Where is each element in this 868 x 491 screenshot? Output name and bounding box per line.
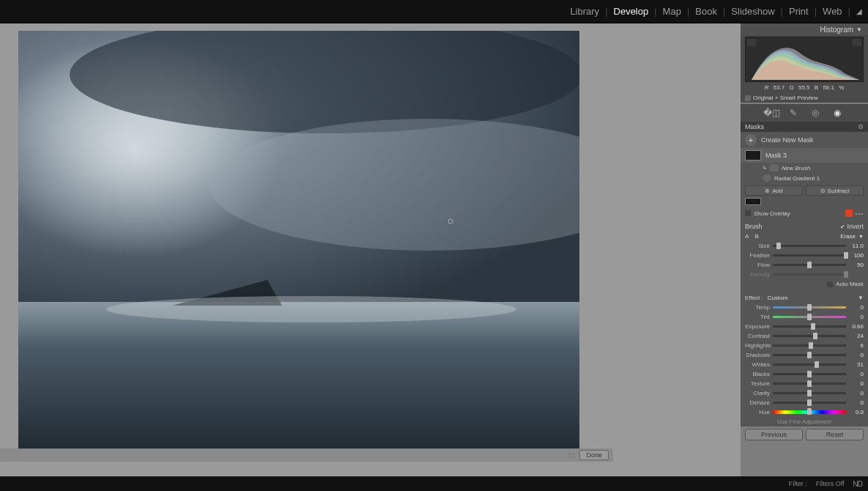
crop-icon[interactable]: �◫ [766,108,776,118]
automask-checkbox[interactable] [827,281,833,287]
effect-label: Effect : [745,295,763,301]
cutoff-label: Use Fine Adjustment [745,417,864,427]
checkbox-icon[interactable] [745,210,751,216]
module-web[interactable]: Web [820,6,845,17]
brush-a[interactable]: A [745,233,749,240]
watermark-logo: ND [853,480,862,488]
mask-thumb [745,150,761,160]
masks-header[interactable]: Masks ⚙ [741,122,868,132]
histogram-label: Histogram [820,26,854,34]
minus-icon: ⊖ [820,188,826,194]
histogram-header[interactable]: Histogram ▼ [741,23,868,35]
filters-off[interactable]: Filters Off [816,480,845,487]
mask-brush-new[interactable]: ↳ New Brush [758,163,868,173]
brush-slider-feather[interactable]: Feather100 [745,251,864,260]
effect-slider-tint[interactable]: Tint0 [745,312,864,322]
module-picker: Library|Develop|Map|Book|Slideshow|Print… [0,0,868,23]
more-icon[interactable]: ••• [856,210,864,217]
radial-icon [763,174,771,182]
mask-radial-1[interactable]: Radial Gradient 1 [758,173,868,183]
effect-slider-exposure[interactable]: Exposure0.66 [745,322,864,331]
canvas-area: ⬚ Done [0,23,741,476]
plus-icon: ⊕ [765,188,770,194]
overlay-color-swatch[interactable] [845,210,853,217]
module-book[interactable]: Book [692,6,720,17]
module-print[interactable]: Print [786,6,812,17]
effect-slider-texture[interactable]: Texture0 [745,379,864,388]
effect-preset[interactable]: Custom [768,295,788,301]
brush-erase[interactable]: Erase▼ [840,233,864,240]
histogram[interactable] [745,37,864,82]
checkbox-icon [745,95,751,101]
image-preview[interactable] [18,31,579,451]
effect-slider-blacks[interactable]: Blacks0 [745,369,864,379]
mask-item-3[interactable]: Mask 3 [741,148,868,163]
tool-strip: �◫ ✎ ◎ ◉ [741,104,868,122]
effect-slider-shadows[interactable]: Shadows0 [745,350,864,360]
effect-slider-contrast[interactable]: Contrast24 [745,331,864,341]
show-overlay-toggle[interactable]: Show Overlay [754,210,790,217]
effect-slider-whites[interactable]: Whites31 [745,360,864,369]
done-button[interactable]: Done [579,450,609,460]
mask-icon[interactable]: ◉ [832,108,842,118]
automask-label: Auto Mask [836,281,864,287]
heal-icon[interactable]: ✎ [788,108,798,118]
filter-label: Filter : [789,480,807,487]
gear-icon[interactable]: ⚙ [858,123,864,130]
rgb-readout: R 53.7 G 55.5 B 58.1 % [741,82,868,93]
mask-add-button[interactable]: ⊕Add [745,185,803,196]
effect-slider-highlights[interactable]: Highlights6 [745,341,864,350]
canvas-toolbar: ⬚ Done [0,448,613,462]
panel-toggle-icon[interactable]: ◢ [853,7,862,15]
module-develop[interactable]: Develop [611,6,652,17]
brush-icon [770,164,779,171]
module-map[interactable]: Map [660,6,684,17]
module-slideshow[interactable]: Slideshow [728,6,777,17]
brush-slider-density: Density [745,270,864,279]
effect-slider-dehaze[interactable]: Dehaze0 [745,398,864,407]
create-mask-button[interactable]: + Create New Mask [741,132,868,148]
svg-rect-1 [18,302,579,451]
reset-button[interactable]: Reset [806,429,864,440]
redeye-icon[interactable]: ◎ [810,108,820,118]
mask-subtract-button[interactable]: ⊖Subtract [806,185,864,196]
chevron-down-icon: ▼ [853,26,862,33]
filmstrip-bar: Filter : Filters Off ND [0,476,868,491]
brush-label: Brush [745,223,763,230]
svg-point-3 [106,296,516,322]
effect-slider-temp[interactable]: Temp0 [745,303,864,312]
plus-icon: + [745,134,757,146]
workspace: ⬚ Done Histogram ▼ R 53.7 G [0,23,868,476]
previous-button[interactable]: Previous [745,429,803,440]
highlight-clip-icon[interactable] [853,39,861,46]
brush-b[interactable]: B [754,233,758,240]
smart-preview-row[interactable]: Original + Smart Preview [741,93,868,103]
mask-item-other[interactable] [741,198,868,207]
module-library[interactable]: Library [567,6,602,17]
effect-slider-clarity[interactable]: Clarity0 [745,388,864,398]
right-panel: Histogram ▼ R 53.7 G 55.5 B 58.1 % [741,23,868,476]
chevron-down-icon[interactable]: ▼ [858,295,864,301]
shadow-clip-icon[interactable] [747,39,756,46]
effect-slider-hue[interactable]: Hue0.0 [745,407,864,417]
mask-thumb [745,198,761,205]
invert-toggle[interactable]: ✔Invert [840,223,864,230]
brush-slider-size[interactable]: Size11.0 [745,241,864,251]
brush-slider-flow[interactable]: Flow50 [745,260,864,270]
